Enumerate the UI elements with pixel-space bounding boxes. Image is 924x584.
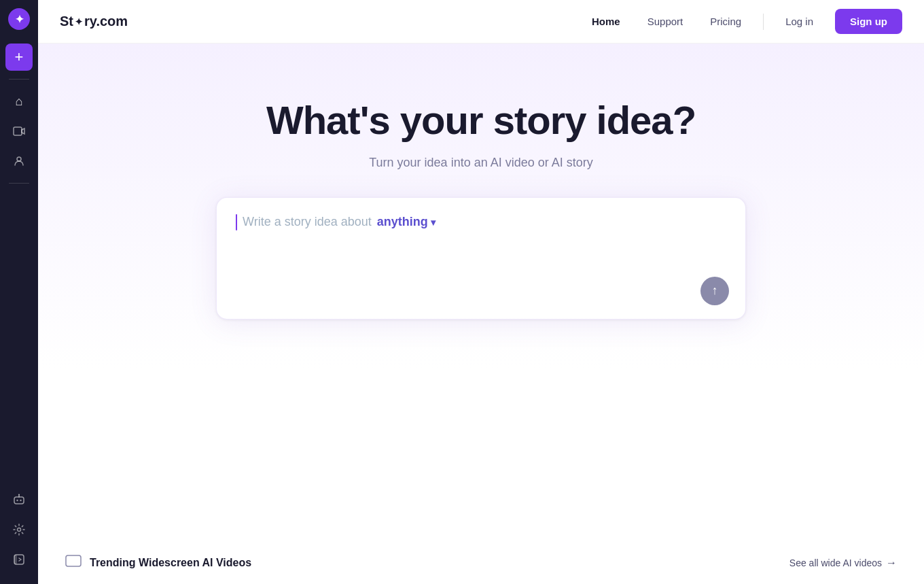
nav-link-home[interactable]: Home <box>581 10 631 33</box>
site-logo[interactable]: St✦ry.com <box>60 14 128 29</box>
see-all-link[interactable]: See all wide AI videos → <box>789 557 897 569</box>
sidebar-divider-top <box>9 79 29 80</box>
trending-label-area: Trending Widescreen AI Videos <box>65 555 251 570</box>
sidebar-item-home[interactable]: ⌂ <box>5 88 33 115</box>
sidebar-item-user[interactable] <box>5 148 33 175</box>
svg-rect-8 <box>14 555 17 564</box>
hero-title: What's your story idea? <box>266 98 696 143</box>
svg-rect-0 <box>14 127 22 135</box>
sidebar-item-settings[interactable] <box>5 516 33 543</box>
svg-point-1 <box>17 157 21 161</box>
signup-button[interactable]: Sign up <box>835 9 902 34</box>
text-cursor <box>236 214 237 230</box>
nav-link-support[interactable]: Support <box>637 10 694 33</box>
main-content: St✦ry.com Home Support Pricing Log in Si… <box>38 0 924 584</box>
trending-video-icon <box>65 555 82 570</box>
svg-point-3 <box>16 500 18 501</box>
sidebar-nav: ⌂ <box>0 82 38 180</box>
sidebar-item-video[interactable] <box>5 118 33 145</box>
svg-rect-2 <box>14 497 24 504</box>
svg-point-6 <box>18 528 21 532</box>
input-row: Write a story idea about anything ▾ <box>236 214 726 230</box>
login-link[interactable]: Log in <box>775 10 824 33</box>
sidebar-bottom-nav <box>5 486 33 584</box>
hero-subtitle: Turn your idea into an AI video or AI st… <box>369 156 593 170</box>
svg-point-5 <box>18 494 20 496</box>
hero-section: What's your story idea? Turn your idea i… <box>38 44 924 584</box>
nav-links: Home Support Pricing Log in Sign up <box>581 9 902 34</box>
add-button[interactable]: + <box>5 44 33 71</box>
trending-section: Trending Widescreen AI Videos See all wi… <box>38 541 924 584</box>
top-navigation: St✦ry.com Home Support Pricing Log in Si… <box>38 0 924 44</box>
nav-divider <box>763 14 764 30</box>
sidebar: ✦ + ⌂ <box>0 0 38 584</box>
svg-rect-9 <box>66 555 81 566</box>
submit-button[interactable]: ↑ <box>700 277 729 305</box>
see-all-arrow-icon: → <box>886 557 897 569</box>
trending-title: Trending Widescreen AI Videos <box>90 557 251 569</box>
topic-selector[interactable]: anything ▾ <box>377 215 436 229</box>
nav-link-pricing[interactable]: Pricing <box>699 10 752 33</box>
sidebar-logo-area: ✦ <box>0 0 38 38</box>
sidebar-panel-toggle[interactable] <box>5 546 33 573</box>
app-logo-icon: ✦ <box>8 8 30 30</box>
topic-dropdown-arrow: ▾ <box>431 217 436 228</box>
input-placeholder-text: Write a story idea about <box>243 215 372 229</box>
svg-point-4 <box>20 500 21 501</box>
sidebar-divider-bottom <box>9 183 29 184</box>
story-input-card: Write a story idea about anything ▾ ↑ <box>216 197 746 320</box>
sidebar-item-bot[interactable] <box>5 486 33 513</box>
